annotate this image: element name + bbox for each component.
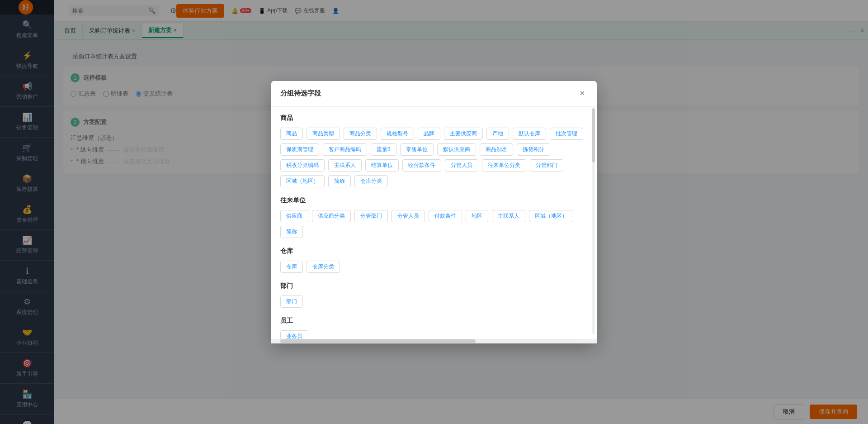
field-tag-goods-category[interactable]: 商品分类 (344, 128, 377, 140)
field-tag-weight[interactable]: 重量3 (371, 143, 396, 156)
field-tag-tax-code[interactable]: 税收分类编码 (280, 159, 325, 172)
field-tag-supplier-category[interactable]: 供应商分类 (312, 210, 351, 222)
field-tag-main-contact[interactable]: 主联系人 (328, 159, 362, 172)
field-tag-retail-unit[interactable]: 零售单位 (400, 143, 434, 156)
field-tag-warehouse-category[interactable]: 仓库分类 (354, 175, 388, 187)
goods-field-tags: 商品 商品类型 商品分类 规格型号 品牌 主要供应商 产地 默认仓库 批次管理 … (280, 128, 588, 187)
section-department: 部门 部门 (280, 282, 588, 308)
field-tag-default-supplier[interactable]: 默认供应商 (437, 143, 476, 156)
section-goods: 商品 商品 商品类型 商品分类 规格型号 品牌 主要供应商 产地 默认仓库 批次… (280, 114, 588, 187)
field-tag-goods-type[interactable]: 商品类型 (307, 128, 340, 140)
modal-vscroll-thumb[interactable] (592, 108, 595, 162)
field-tag-region[interactable]: 区域（地区） (280, 175, 325, 187)
field-tag-short-name[interactable]: 简称 (328, 175, 351, 187)
field-tag-customer-code[interactable]: 客户商品编码 (323, 143, 367, 156)
field-tag-main-contact-partner[interactable]: 主联系人 (492, 210, 525, 222)
section-employee: 员工 业务员 (280, 317, 588, 339)
field-tag-origin[interactable]: 产地 (486, 128, 509, 140)
field-tag-expiry-mgmt[interactable]: 保质期管理 (280, 143, 319, 156)
department-field-tags: 部门 (280, 295, 588, 308)
field-tag-main-supplier[interactable]: 主要供应商 (444, 128, 483, 140)
section-department-title: 部门 (280, 282, 588, 290)
modal-title: 分组待选字段 (280, 89, 321, 98)
field-tag-payment-terms[interactable]: 收付款条件 (402, 159, 441, 172)
section-partner-title: 往来单位 (280, 196, 588, 205)
field-tag-batch-mgmt[interactable]: 批次管理 (550, 128, 583, 140)
field-tag-goods[interactable]: 商品 (280, 128, 303, 140)
section-goods-title: 商品 (280, 114, 588, 122)
field-tag-payment-cond[interactable]: 付款条件 (429, 210, 462, 222)
field-tag-partner-category[interactable]: 往来单位分类 (482, 159, 526, 172)
field-tag-salesperson[interactable]: 业务员 (280, 330, 308, 339)
field-tag-goods-alias[interactable]: 商品别名 (480, 143, 513, 156)
modal-close-button[interactable]: × (577, 88, 588, 99)
field-tag-region-partner[interactable]: 区域（地区） (529, 210, 573, 222)
section-warehouse-title: 仓库 (280, 247, 588, 255)
section-partner: 往来单位 供应商 供应商分类 分管部门 分管人员 付款条件 地区 主联系人 区域… (280, 196, 588, 238)
section-warehouse: 仓库 仓库 仓库分类 (280, 247, 588, 273)
field-tag-supplier[interactable]: 供应商 (280, 210, 308, 222)
warehouse-field-tags: 仓库 仓库分类 (280, 261, 588, 273)
field-tag-brand[interactable]: 品牌 (418, 128, 440, 140)
field-tag-supervise-dept[interactable]: 分管部门 (530, 159, 563, 172)
field-tag-supervisor[interactable]: 分管人员 (445, 159, 478, 172)
modal-header: 分组待选字段 × (271, 81, 597, 107)
modal-body[interactable]: 商品 商品 商品类型 商品分类 规格型号 品牌 主要供应商 产地 默认仓库 批次… (271, 107, 597, 339)
partner-field-tags: 供应商 供应商分类 分管部门 分管人员 付款条件 地区 主联系人 区域（地区） … (280, 210, 588, 238)
modal-hscroll[interactable] (271, 339, 597, 343)
modal-vscroll-track (592, 108, 595, 334)
field-tag-dept-manage[interactable]: 分管部门 (354, 210, 388, 222)
field-tag-settlement-unit[interactable]: 结算单位 (365, 159, 399, 172)
modal-hscroll-thumb (280, 339, 476, 343)
section-employee-title: 员工 (280, 317, 588, 325)
field-tag-area[interactable]: 地区 (466, 210, 488, 222)
field-tag-short-name-partner[interactable]: 简称 (280, 226, 303, 238)
field-tag-warehouse[interactable]: 仓库 (280, 261, 303, 273)
field-tag-department[interactable]: 部门 (280, 295, 303, 308)
field-tag-pick-points[interactable]: 拣货积分 (517, 143, 550, 156)
field-tag-warehouse-cat[interactable]: 仓库分类 (307, 261, 340, 273)
field-tag-person-manage[interactable]: 分管人员 (392, 210, 425, 222)
field-selection-modal: 分组待选字段 × 商品 商品 商品类型 商品分类 规格型号 品牌 主要供应商 产… (271, 81, 597, 343)
field-tag-default-warehouse[interactable]: 默认仓库 (513, 128, 546, 140)
employee-field-tags: 业务员 (280, 330, 588, 339)
field-tag-spec-model[interactable]: 规格型号 (381, 128, 414, 140)
